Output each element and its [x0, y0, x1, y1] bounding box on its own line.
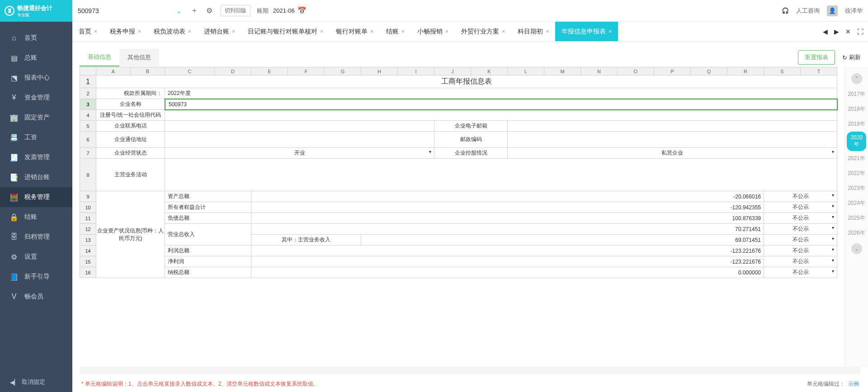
tab-1[interactable]: 税务申报× — [104, 22, 147, 41]
fin-label-0[interactable]: 资产总额 — [165, 191, 251, 202]
nav-item-8[interactable]: 🧮税务管理 — [0, 187, 72, 207]
holding-select[interactable]: 私营企业 — [508, 148, 837, 159]
user-name[interactable]: 徐泽华 — [845, 7, 863, 15]
fin-label-1[interactable]: 所有者权益合计 — [165, 202, 251, 213]
fin-label-5[interactable]: 利润总额 — [165, 246, 251, 256]
fin-pub-1[interactable]: 不公示 — [764, 202, 837, 213]
tab-0[interactable]: 首页× — [72, 22, 104, 41]
avatar[interactable]: 👤 — [827, 5, 838, 16]
reg-code-value[interactable] — [165, 110, 837, 121]
email-label[interactable]: 企业电子邮箱 — [434, 121, 508, 132]
nav-item-2[interactable]: ⬔报表中心 — [0, 68, 72, 88]
col-header-O[interactable]: O — [618, 67, 654, 76]
company-name-label[interactable]: 企业名称 — [96, 99, 165, 110]
tab-next-icon[interactable]: ▶ — [834, 28, 839, 35]
nav-item-6[interactable]: 🧾发票管理 — [0, 147, 72, 167]
col-header-A[interactable]: A — [96, 67, 131, 76]
fin-pub-0[interactable]: 不公示 — [764, 191, 837, 202]
col-header-B[interactable]: B — [131, 67, 165, 76]
fin-label-6[interactable]: 净利润 — [165, 256, 251, 267]
postcode-label[interactable]: 邮政编码 — [434, 132, 508, 148]
main-biz-label[interactable]: 主营业务活动 — [96, 159, 165, 191]
holding-label[interactable]: 企业控股情况 — [434, 148, 508, 159]
tax-period-value[interactable]: 2022年度 — [165, 88, 837, 99]
row-header-2[interactable]: 2 — [80, 88, 96, 99]
col-header-P[interactable]: P — [654, 67, 691, 76]
year-2022年[interactable]: 2022年 — [845, 166, 868, 181]
year-up-icon[interactable]: ⌃ — [851, 73, 862, 84]
row-header-1[interactable]: 1 — [80, 76, 96, 88]
email-value[interactable] — [508, 121, 837, 132]
row-header-7[interactable]: 7 — [80, 148, 96, 159]
nav-item-9[interactable]: 🔒结账 — [0, 207, 72, 227]
col-header-K[interactable]: K — [471, 67, 508, 76]
tab-close-1[interactable]: × — [138, 28, 141, 35]
corner-cell[interactable] — [80, 67, 96, 76]
fin-val-3[interactable]: 70.271451 — [251, 224, 764, 235]
asset-group-label[interactable]: 企业资产状况信息(币种：人民币万元) — [96, 191, 165, 278]
support-icon[interactable]: 🎧 — [782, 7, 789, 14]
tab-close-3[interactable]: × — [232, 28, 235, 35]
postcode-value[interactable] — [508, 132, 837, 148]
tab-prev-icon[interactable]: ◀ — [823, 28, 828, 35]
col-header-Q[interactable]: Q — [691, 67, 727, 76]
fin-label-3[interactable]: 营业总收入 — [165, 224, 251, 246]
row-header-3[interactable]: 3 — [80, 99, 96, 110]
tab-9[interactable]: 科目期初× — [511, 22, 555, 41]
tab-10[interactable]: 年报信息申报表× — [555, 22, 618, 41]
fin-pub-5[interactable]: 不公示 — [764, 246, 837, 256]
tab-8[interactable]: 外贸行业方案× — [455, 22, 511, 41]
tab-4[interactable]: 日记账与银行对账单核对× — [241, 22, 330, 41]
row-header-10[interactable]: 10 — [80, 202, 96, 213]
calendar-icon[interactable]: 📅 — [297, 6, 307, 15]
nav-item-11[interactable]: ⚙设置 — [0, 247, 72, 267]
year-2021年[interactable]: 2021年 — [845, 151, 868, 166]
row-header-5[interactable]: 5 — [80, 121, 96, 132]
nav-item-12[interactable]: 📘新手引导 — [0, 267, 72, 287]
nav-item-7[interactable]: 📑进销台账 — [0, 167, 72, 187]
status-label[interactable]: 企业经营状态 — [96, 148, 165, 159]
address-label[interactable]: 企业通信地址 — [96, 132, 165, 148]
fin-pub-4[interactable]: 不公示 — [764, 235, 837, 246]
year-down-icon[interactable]: ⌄ — [851, 243, 862, 254]
col-header-I[interactable]: I — [398, 67, 434, 76]
tab-close-6[interactable]: × — [401, 28, 405, 35]
refresh-button[interactable]: ↻ 刷新 — [842, 53, 861, 61]
tab-close-10[interactable]: × — [609, 28, 612, 35]
tab-close-5[interactable]: × — [370, 28, 373, 35]
period-value[interactable]: 2021-06 — [273, 7, 295, 14]
nav-item-3[interactable]: ¥资金管理 — [0, 88, 72, 108]
unpin-button[interactable]: ◀▏ 取消固定 — [0, 372, 72, 392]
fin-pub-7[interactable]: 不公示 — [764, 267, 837, 278]
fin-val-5[interactable]: -123.221676 — [251, 246, 764, 256]
company-name-input[interactable]: 500973 — [165, 99, 837, 110]
reg-code-label[interactable]: 注册号/统一社会信用代码 — [96, 110, 165, 121]
row-header-13[interactable]: 13 — [80, 235, 96, 246]
reset-button[interactable]: 重置报表 — [798, 50, 835, 65]
sheet-title[interactable]: 工商年报信息表 — [96, 76, 837, 88]
fin-pub-3[interactable]: 不公示 — [764, 224, 837, 235]
col-header-L[interactable]: L — [508, 67, 544, 76]
footer-example-link[interactable]: 示例 — [848, 381, 859, 387]
year-2026年[interactable]: 2026年 — [845, 226, 868, 241]
col-header-N[interactable]: N — [581, 67, 618, 76]
col-header-G[interactable]: G — [325, 67, 361, 76]
fin-label-7[interactable]: 纳税总额 — [165, 267, 251, 278]
nav-item-10[interactable]: 🗄归档管理 — [0, 227, 72, 247]
tab-close-4[interactable]: × — [320, 28, 323, 35]
fin-label-2[interactable]: 负债总额 — [165, 213, 251, 224]
row-header-16[interactable]: 16 — [80, 267, 96, 278]
fin-val-2[interactable]: 100.876339 — [251, 213, 764, 224]
year-2019年[interactable]: 2019年 — [845, 117, 868, 132]
phone-label[interactable]: 企业联系电话 — [96, 121, 165, 132]
nav-item-5[interactable]: 📇工资 — [0, 128, 72, 147]
tab-2[interactable]: 税负波动表× — [147, 22, 198, 41]
fin-pub-2[interactable]: 不公示 — [764, 213, 837, 224]
row-header-4[interactable]: 4 — [80, 110, 96, 121]
year-2017年[interactable]: 2017年 — [845, 87, 868, 102]
tab-3[interactable]: 进销台账× — [198, 22, 241, 41]
col-header-S[interactable]: S — [764, 67, 801, 76]
row-header-6[interactable]: 6 — [80, 132, 96, 148]
fin-val-4[interactable]: 69.071451 — [361, 235, 764, 246]
phone-value[interactable] — [165, 121, 434, 132]
